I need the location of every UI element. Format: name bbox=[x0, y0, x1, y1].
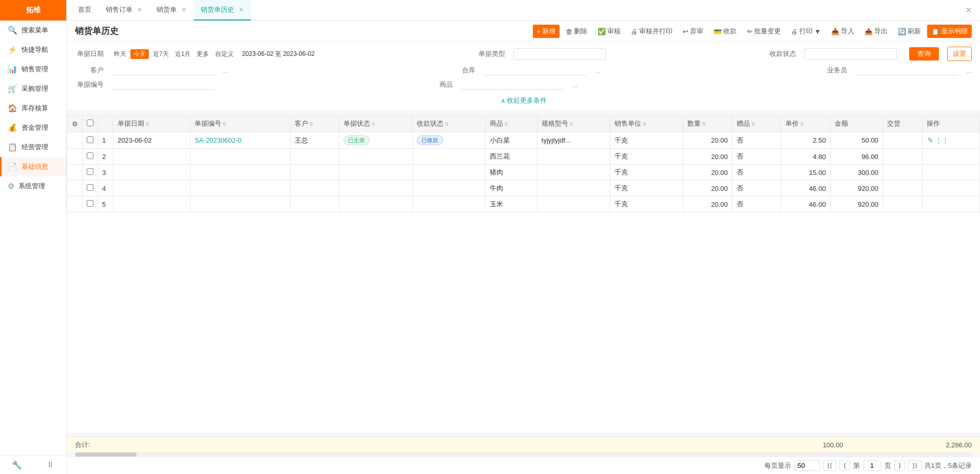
doc-no-input[interactable] bbox=[112, 80, 215, 90]
import-button[interactable]: 📥 导入 bbox=[827, 25, 858, 38]
date-yesterday-btn[interactable]: 昨天 bbox=[112, 49, 128, 59]
customer-input[interactable] bbox=[112, 65, 215, 75]
spec-col-header[interactable]: 规格型号⇅ bbox=[537, 115, 610, 132]
check-cell[interactable] bbox=[83, 149, 98, 165]
refresh-button[interactable]: 🔄 刷新 bbox=[894, 25, 925, 38]
check-col-header[interactable] bbox=[83, 115, 98, 132]
sales-rep-input[interactable] bbox=[855, 65, 958, 75]
print-button[interactable]: 🖨 打印 ▼ bbox=[787, 25, 825, 38]
row-checkbox[interactable] bbox=[87, 136, 93, 143]
date-more-btn[interactable]: 更多 bbox=[195, 49, 211, 59]
scrollbar-thumb[interactable] bbox=[75, 452, 137, 457]
horizontal-scrollbar[interactable] bbox=[75, 452, 972, 457]
warehouse-ellipsis[interactable]: ... bbox=[594, 67, 600, 74]
query-button[interactable]: 查询 bbox=[909, 47, 939, 61]
abandon-button[interactable]: ↩ 弃审 bbox=[679, 25, 707, 38]
pay-status-cell bbox=[412, 181, 485, 196]
tab-sales-history-close[interactable]: ✕ bbox=[239, 6, 244, 13]
delete-button[interactable]: 🗑 删除 bbox=[562, 25, 591, 38]
qty-cell: 20.00 bbox=[683, 196, 732, 212]
settings-button[interactable]: 设置 bbox=[947, 47, 972, 61]
qty-col-header[interactable]: 数量⇅ bbox=[683, 115, 732, 132]
sidebar-item-search[interactable]: 🔍 搜索菜单 bbox=[0, 21, 66, 40]
show-detail-button[interactable]: 📋 显示明细 bbox=[927, 25, 972, 38]
goods-col-header[interactable]: 商品⇅ bbox=[485, 115, 537, 132]
delete-icon: 🗑 bbox=[566, 28, 572, 35]
check-cell[interactable] bbox=[83, 181, 98, 196]
new-button[interactable]: + 新增 bbox=[533, 25, 560, 38]
tab-sales-order-label: 销售订单 bbox=[106, 5, 132, 14]
sidebar-settings-icon[interactable]: 🔧 bbox=[12, 460, 22, 470]
per-page-select[interactable]: 50 10 20 100 bbox=[794, 460, 820, 471]
customer-ellipsis[interactable]: ... bbox=[223, 67, 228, 74]
table-row: 2西兰花千克20.00否4.8096.00 bbox=[67, 149, 980, 165]
inventory-icon: 🏠 bbox=[8, 104, 17, 113]
sales-rep-ellipsis[interactable]: ... bbox=[966, 67, 972, 74]
tab-home[interactable]: 首页 bbox=[71, 0, 99, 21]
tab-sales-goods-close[interactable]: ✕ bbox=[181, 6, 186, 13]
page-next-btn[interactable]: ⟩ bbox=[894, 460, 905, 471]
sidebar-item-purchase[interactable]: 🛒 采购管理 bbox=[0, 79, 66, 98]
gear-col-header[interactable]: ⚙ bbox=[67, 115, 83, 132]
check-cell[interactable] bbox=[83, 165, 98, 181]
collect-button[interactable]: 💳 收款 bbox=[709, 25, 741, 38]
sidebar: 拓维 🔍 搜索菜单 ⚡ 快捷导航 📊 销售管理 🛒 采购管理 🏠 库存核算 💰 … bbox=[0, 0, 67, 474]
audit-print-button[interactable]: 🖨 审核并打印 bbox=[627, 25, 677, 38]
page-prev-btn[interactable]: ⟨ bbox=[839, 460, 850, 471]
pay-status-col-header[interactable]: 收款状态⇅ bbox=[412, 115, 485, 132]
page-label: 第 bbox=[853, 461, 860, 470]
sidebar-item-quick-nav[interactable]: ⚡ 快捷导航 bbox=[0, 40, 66, 60]
doc-type-select[interactable] bbox=[513, 48, 606, 60]
goods-ellipsis[interactable]: ... bbox=[572, 81, 578, 89]
tab-sales-history[interactable]: 销货单历史 ✕ bbox=[194, 0, 251, 21]
doc-no-col-header[interactable]: 单据编号⇅ bbox=[190, 115, 291, 132]
tab-sales-order-close[interactable]: ✕ bbox=[137, 6, 142, 13]
doc-status-col-header[interactable]: 单据状态⇅ bbox=[339, 115, 412, 132]
doc-date-col-header[interactable]: 单据日期⇅ bbox=[113, 115, 190, 132]
tab-sales-order[interactable]: 销售订单 ✕ bbox=[99, 0, 149, 21]
customer-col-header[interactable]: 客户⇅ bbox=[290, 115, 339, 132]
date-custom-btn[interactable]: 自定义 bbox=[213, 49, 236, 59]
audit-button[interactable]: ✅ 审核 bbox=[593, 25, 625, 38]
batch-change-button[interactable]: ✏ 批量变更 bbox=[743, 25, 785, 38]
sidebar-pause-icon[interactable]: ⏸ bbox=[46, 460, 54, 470]
price-col-header[interactable]: 单价⇅ bbox=[781, 115, 830, 132]
sidebar-item-system[interactable]: ⚙ 系统管理 bbox=[0, 176, 66, 196]
tab-close-all-icon[interactable]: ✕ bbox=[961, 5, 976, 15]
collect-status-select[interactable] bbox=[804, 48, 897, 60]
doc-no-cell[interactable]: SA-20230602-0 bbox=[190, 132, 291, 149]
row-checkbox[interactable] bbox=[87, 184, 93, 191]
date-1month-btn[interactable]: 近1月 bbox=[173, 49, 193, 59]
check-cell[interactable] bbox=[83, 196, 98, 212]
sidebar-item-sales[interactable]: 📊 销售管理 bbox=[0, 60, 66, 79]
sidebar-item-operation[interactable]: 📋 经营管理 bbox=[0, 137, 66, 157]
more-action[interactable]: ⋮⋮ bbox=[935, 136, 949, 144]
sidebar-item-basic-info[interactable]: 📄 基础信息 bbox=[0, 157, 66, 176]
date-7days-btn[interactable]: 近7天 bbox=[151, 49, 171, 59]
action-cell[interactable]: ✎⋮⋮ bbox=[923, 132, 980, 149]
date-today-btn[interactable]: 今天 bbox=[130, 49, 149, 59]
row-checkbox[interactable] bbox=[87, 200, 93, 207]
unit-col-header[interactable]: 销售单位⇅ bbox=[610, 115, 683, 132]
warehouse-input[interactable] bbox=[484, 65, 586, 75]
check-cell[interactable] bbox=[83, 132, 98, 149]
doc-no-link[interactable]: SA-20230602-0 bbox=[195, 136, 241, 144]
sidebar-item-finance[interactable]: 💰 资金管理 bbox=[0, 118, 66, 137]
page-first-btn[interactable]: ⟨⟨ bbox=[823, 460, 836, 471]
edit-action[interactable]: ✎ bbox=[928, 136, 933, 144]
export-button[interactable]: 📤 导出 bbox=[860, 25, 892, 38]
tab-home-label: 首页 bbox=[78, 5, 91, 14]
row-checkbox[interactable] bbox=[87, 152, 93, 159]
row-checkbox[interactable] bbox=[87, 168, 93, 175]
goods-cell: 猪肉 bbox=[485, 165, 537, 181]
select-all-checkbox[interactable] bbox=[87, 120, 93, 126]
goods-input[interactable] bbox=[461, 80, 564, 90]
sidebar-item-label: 库存核算 bbox=[22, 104, 48, 113]
collapse-label: 收起更多条件 bbox=[507, 96, 547, 105]
sidebar-item-inventory[interactable]: 🏠 库存核算 bbox=[0, 98, 66, 118]
tab-sales-goods[interactable]: 销货单 ✕ bbox=[149, 0, 194, 21]
page-last-btn[interactable]: ⟩⟩ bbox=[908, 460, 921, 471]
gift-col-header[interactable]: 赠品⇅ bbox=[732, 115, 781, 132]
collapse-button[interactable]: ∧ 收起更多条件 bbox=[75, 94, 972, 105]
page-input[interactable] bbox=[863, 460, 881, 471]
